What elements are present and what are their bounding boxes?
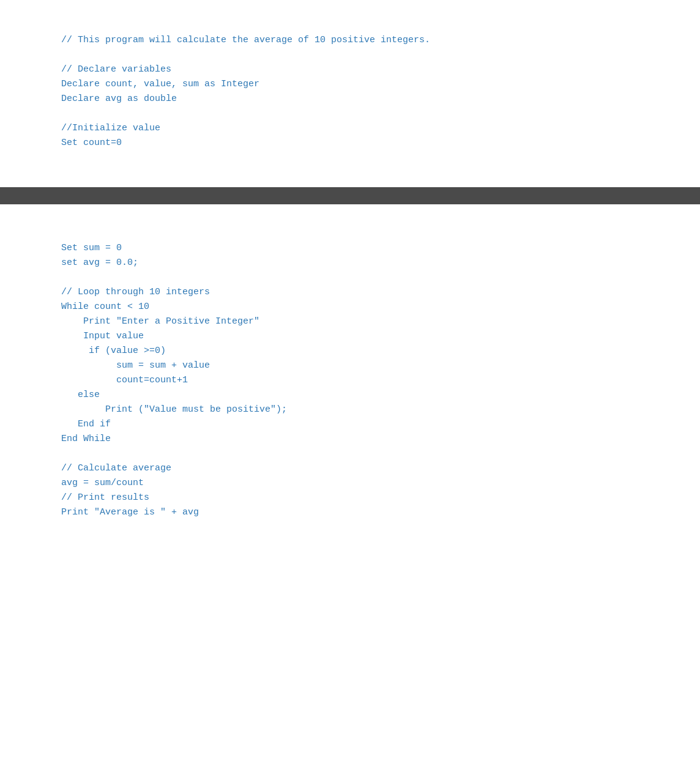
- code-line: // Declare variables: [61, 62, 639, 77]
- code-line: Print "Enter a Positive Integer": [61, 314, 639, 329]
- code-line: set avg = 0.0;: [61, 256, 639, 270]
- code-line: End While: [61, 432, 639, 447]
- code-line: Print "Average is " + avg: [61, 505, 639, 520]
- code-line: sum = sum + value: [61, 358, 639, 373]
- code-line: //Initialize value: [61, 121, 639, 136]
- top-section: // This program will calculate the avera…: [0, 0, 700, 187]
- bottom-code-block: Set sum = 0set avg = 0.0; // Loop throug…: [61, 241, 639, 520]
- code-line: Print ("Value must be positive");: [61, 403, 639, 417]
- code-line: // Loop through 10 integers: [61, 285, 639, 300]
- code-line: [61, 270, 639, 285]
- bottom-section: Set sum = 0set avg = 0.0; // Loop throug…: [0, 204, 700, 544]
- code-line: [61, 48, 639, 62]
- code-line: End if: [61, 417, 639, 432]
- code-line: // This program will calculate the avera…: [61, 33, 639, 48]
- code-line: While count < 10: [61, 300, 639, 314]
- divider-bar: [0, 187, 700, 204]
- code-line: [61, 447, 639, 461]
- code-line: Declare avg as double: [61, 92, 639, 106]
- code-line: Set sum = 0: [61, 241, 639, 256]
- code-line: count=count+1: [61, 373, 639, 388]
- code-line: Declare count, value, sum as Integer: [61, 77, 639, 92]
- code-line: [61, 106, 639, 121]
- code-line: // Print results: [61, 491, 639, 505]
- code-line: Input value: [61, 329, 639, 344]
- code-line: // Calculate average: [61, 461, 639, 476]
- code-line: if (value >=0): [61, 344, 639, 358]
- code-line: else: [61, 388, 639, 403]
- code-line: Set count=0: [61, 136, 639, 150]
- code-line: avg = sum/count: [61, 476, 639, 491]
- top-code-block: // This program will calculate the avera…: [61, 33, 639, 150]
